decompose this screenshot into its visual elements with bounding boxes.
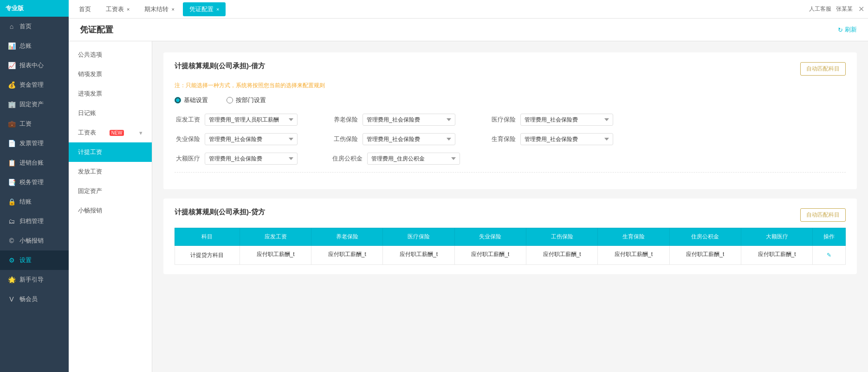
sidebar-label-vip: 畅会员 (19, 295, 38, 303)
refresh-label: 刷新 (845, 26, 857, 34)
left-nav: 公共选项 销项发票 进项发票 日记账 工资表 NEW ▾ 计提工资 发放工资 (69, 41, 152, 372)
select-medical[interactable]: 管理费用_社会保险费 (520, 114, 613, 126)
ledger-icon: 📋 (7, 159, 16, 167)
sidebar-item-vip[interactable]: V 畅会员 (0, 289, 69, 309)
debit-notice: 注：只能选择一种方式，系统将按照您当前的选择来配置规则 (175, 82, 846, 90)
left-nav-payroll-accrual[interactable]: 计提工资 (69, 142, 152, 162)
select-maternity[interactable]: 管理费用_社会保险费 (520, 133, 613, 145)
radio-group: 基础设置 按部门设置 (175, 96, 846, 104)
tab-voucher-config-close[interactable]: × (216, 6, 219, 12)
radio-basic-label: 基础设置 (184, 96, 208, 104)
sidebar-item-xiaochangbaoxiao[interactable]: © 小畅报销 (0, 231, 69, 250)
sidebar-item-close-account[interactable]: 🔒 结账 (0, 192, 69, 212)
sidebar-item-guide[interactable]: 🌟 新手引导 (0, 270, 69, 289)
col-action: 操作 (813, 228, 846, 246)
page-title: 凭证配置 (80, 24, 113, 35)
sidebar-label-payroll: 工资 (19, 120, 32, 128)
sidebar-label-settings: 设置 (19, 256, 32, 264)
field-salary: 应发工资 管理费用_管理人员职工薪酬 (175, 114, 323, 126)
select-unemployment[interactable]: 管理费用_社会保险费 (205, 133, 298, 145)
select-housing[interactable]: 管理费用_住房公积金 (367, 153, 460, 165)
building-icon: 🏢 (7, 101, 16, 108)
left-nav-petty-cash[interactable]: 小畅报销 (69, 201, 152, 220)
debit-section-title: 计提核算规则(公司承担)-借方 (175, 62, 265, 71)
tab-payroll-table-close[interactable]: × (127, 6, 130, 12)
sidebar-item-invoice[interactable]: 📄 发票管理 (0, 134, 69, 153)
cell-housing: 应付职工薪酬_t (669, 246, 741, 265)
sidebar-item-payroll[interactable]: 💼 工资 (0, 114, 69, 134)
cell-action[interactable]: ✎ (813, 246, 846, 265)
star-icon: 🌟 (7, 276, 16, 283)
col-injury: 工伤保险 (526, 228, 598, 246)
radio-department[interactable]: 按部门设置 (227, 96, 266, 104)
tab-period-close[interactable]: 期末结转 × (138, 2, 181, 16)
select-pension[interactable]: 管理费用_社会保险费 (363, 114, 455, 126)
invoice-icon: 📄 (7, 140, 16, 147)
sidebar-item-fixed-assets[interactable]: 🏢 固定资产 (0, 95, 69, 114)
sidebar-item-home[interactable]: ⌂ 首页 (0, 17, 69, 36)
sidebar-item-report-center[interactable]: 📈 报表中心 (0, 56, 69, 75)
tab-payroll-table[interactable]: 工资表 × (99, 2, 136, 16)
label-maternity: 生育保险 (490, 135, 516, 143)
left-nav-fixed-assets-sub[interactable]: 固定资产 (69, 181, 152, 201)
debit-form-row-1: 应发工资 管理费用_管理人员职工薪酬 养老保险 管理费用_社会保险费 医疗保险 (175, 114, 846, 126)
tab-bar: 首页 工资表 × 期末结转 × 凭证配置 × 人工客服 张某某 ✕ (69, 0, 868, 19)
select-salary[interactable]: 管理费用_管理人员职工薪酬 (205, 114, 298, 126)
sidebar-item-sales-ledger[interactable]: 📋 进销台账 (0, 153, 69, 173)
select-major-medical[interactable]: 管理费用_社会保险费 (205, 153, 298, 165)
edit-icon[interactable]: ✎ (827, 252, 831, 258)
radio-department-input[interactable] (227, 97, 233, 103)
sidebar-item-fund-management[interactable]: 💰 资金管理 (0, 75, 69, 95)
debit-form-row-2: 失业保险 管理费用_社会保险费 工伤保险 管理费用_社会保险费 生育保险 (175, 133, 846, 145)
cell-pension: 应付职工薪酬_t (311, 246, 383, 265)
field-pension: 养老保险 管理费用_社会保险费 (332, 114, 481, 126)
sidebar-label-xiaochangbaoxiao: 小畅报销 (19, 237, 44, 245)
sidebar: 专业版 ⌂ 首页 📊 总账 📈 报表中心 💰 资金管理 🏢 固定资产 💼 工资 … (0, 0, 69, 372)
tab-period-close-close[interactable]: × (171, 6, 174, 12)
sidebar-label-archive: 归档管理 (19, 217, 44, 225)
sidebar-item-general-ledger[interactable]: 📊 总账 (0, 36, 69, 56)
credit-auto-match-button[interactable]: 自动匹配科目 (800, 208, 846, 222)
left-nav-label-sales-invoice: 销项发票 (78, 70, 102, 78)
debit-auto-match-button[interactable]: 自动匹配科目 (800, 62, 846, 76)
left-nav-sales-invoice[interactable]: 销项发票 (69, 64, 152, 84)
sidebar-item-archive[interactable]: 🗂 归档管理 (0, 212, 69, 231)
radio-basic-input[interactable] (175, 97, 181, 103)
new-badge: NEW (110, 130, 124, 136)
label-pension: 养老保险 (332, 115, 358, 124)
col-housing: 住房公积金 (669, 228, 741, 246)
radio-basic[interactable]: 基础设置 (175, 96, 208, 104)
label-housing: 住房公积金 (332, 154, 363, 163)
window-close-icon[interactable]: ✕ (858, 5, 864, 13)
left-nav-label-fixed-assets-sub: 固定资产 (78, 187, 102, 195)
col-maternity: 生育保险 (598, 228, 669, 246)
tab-home[interactable]: 首页 (72, 2, 97, 16)
left-nav-payroll-distribution[interactable]: 发放工资 (69, 162, 152, 181)
sidebar-item-tax[interactable]: 📑 税务管理 (0, 173, 69, 192)
field-maternity: 生育保险 管理费用_社会保险费 (490, 133, 639, 145)
left-nav-payroll-table[interactable]: 工资表 NEW ▾ (69, 123, 152, 142)
refresh-button[interactable]: ↻ 刷新 (838, 26, 857, 34)
sidebar-item-settings[interactable]: ⚙ 设置 (0, 250, 69, 270)
col-pension: 养老保险 (311, 228, 383, 246)
left-nav-label-payroll-table: 工资表 (78, 128, 96, 137)
left-nav-label-payroll-distribution: 发放工资 (78, 167, 102, 176)
cell-maternity: 应付职工薪酬_t (598, 246, 669, 265)
left-nav-label-petty-cash: 小畅报销 (78, 206, 102, 215)
left-nav-journal[interactable]: 日记账 (69, 103, 152, 123)
tab-home-label: 首页 (79, 5, 91, 13)
cell-subject: 计提贷方科目 (175, 246, 240, 265)
label-injury: 工伤保险 (332, 135, 358, 143)
divider (175, 172, 846, 173)
tab-payroll-table-label: 工资表 (106, 5, 124, 13)
fund-icon: 💰 (7, 81, 16, 89)
lock-icon: 🔒 (7, 198, 16, 205)
tab-voucher-config[interactable]: 凭证配置 × (183, 2, 226, 16)
table-row: 计提贷方科目 应付职工薪酬_t 应付职工薪酬_t 应付职工薪酬_t 应付职工薪酬… (175, 246, 846, 265)
left-nav-public-options[interactable]: 公共选项 (69, 45, 152, 64)
sidebar-label-tax: 税务管理 (19, 178, 44, 186)
left-nav-purchase-invoice[interactable]: 进项发票 (69, 84, 152, 103)
select-injury[interactable]: 管理费用_社会保险费 (363, 133, 455, 145)
page-header: 凭证配置 ↻ 刷新 (69, 19, 868, 41)
archive-icon: 🗂 (7, 218, 16, 225)
